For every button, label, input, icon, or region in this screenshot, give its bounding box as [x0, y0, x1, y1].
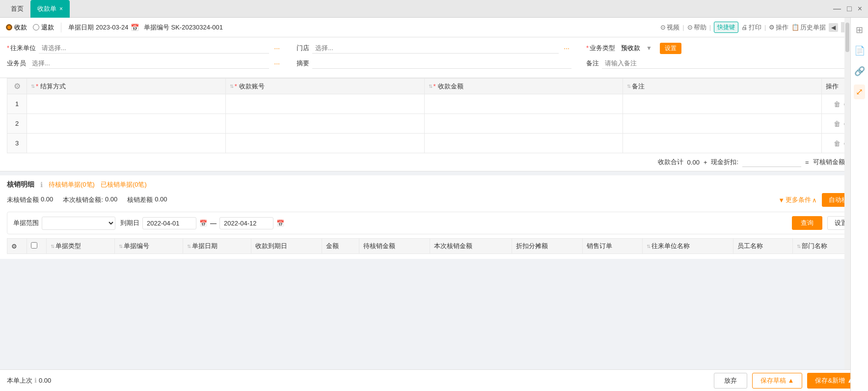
select-all-checkbox[interactable] [31, 242, 37, 249]
col-settlement-header: ⇅ * 结算方式 [27, 79, 226, 94]
table2-settings-icon[interactable]: ⚙ [11, 243, 17, 250]
sidebar-table-icon[interactable]: ⊞ [854, 23, 865, 37]
row1-settlement-input[interactable] [27, 94, 225, 113]
operations-btn[interactable]: ⚙ 操作 [769, 23, 788, 32]
radio-tuikuan-label: 退款 [41, 23, 54, 32]
query-button[interactable]: 查询 [792, 216, 822, 230]
business-type-dropdown-icon[interactable]: ▼ [646, 45, 652, 52]
prev-arrow[interactable]: ◀ [829, 23, 838, 32]
print-btn[interactable]: 🖨 打印 [741, 23, 761, 32]
partner-more-btn[interactable]: ··· [272, 44, 282, 52]
bill-range-select[interactable] [42, 217, 115, 230]
operations-icon: ⚙ [769, 24, 775, 31]
summary-input[interactable] [312, 58, 571, 69]
help-btn[interactable]: ⊙ 帮助 [687, 23, 706, 32]
row2-delete-icon[interactable]: 🗑 [834, 120, 841, 128]
tab-close-icon[interactable]: × [59, 5, 63, 12]
abandon-button[interactable]: 放弃 [714, 373, 747, 389]
writeoff-info-icon[interactable]: ℹ [40, 181, 43, 189]
calendar-from-icon[interactable]: 📅 [199, 220, 207, 227]
shop-input[interactable] [312, 43, 559, 54]
row3-amount-input[interactable] [425, 134, 623, 153]
shop-more-btn[interactable]: ··· [562, 44, 571, 52]
settings-button[interactable]: 设置 [660, 43, 681, 54]
sidebar-doc-icon[interactable]: 📄 [852, 43, 867, 58]
row1-account-input[interactable] [226, 94, 424, 113]
tab-current-label: 收款单 [37, 4, 56, 13]
partner-label: *往来单位 [7, 44, 36, 53]
radio-shoukuan-input[interactable] [6, 24, 12, 30]
history-btn[interactable]: 📋 历史单据 [791, 23, 826, 32]
salesperson-input[interactable] [29, 58, 269, 69]
minimize-icon[interactable]: — [831, 3, 843, 14]
calendar-to-icon[interactable]: 📅 [276, 220, 284, 227]
scrollbar-area[interactable] [844, 18, 850, 369]
row1-delete-icon[interactable]: 🗑 [834, 100, 841, 108]
tab-current[interactable]: 收款单 × [30, 0, 70, 18]
row2-settlement[interactable] [27, 114, 226, 134]
row3-settlement[interactable] [27, 134, 226, 153]
row3-delete-icon[interactable]: 🗑 [834, 140, 841, 147]
table-settings-icon[interactable]: ⚙ [14, 82, 21, 90]
bottom-table: ⚙ ⇅ 单据类型 ⇅ 单据编号 [7, 238, 861, 254]
row2-settlement-input[interactable] [27, 114, 225, 133]
help-icon: ⊙ [687, 24, 693, 31]
row1-amount-input[interactable] [425, 94, 623, 113]
row3-amount[interactable] [424, 134, 623, 153]
pending-tab-link[interactable]: 待核销单据(0笔) [49, 180, 95, 189]
remark-field: 备注 [586, 58, 861, 69]
equals-sign: = [805, 159, 809, 166]
radio-tuikuan-input[interactable] [33, 24, 39, 30]
row3-account[interactable] [225, 134, 424, 153]
row3-remark[interactable] [623, 134, 822, 153]
row2-amount-input[interactable] [425, 114, 623, 133]
summary-row: 收款合计 0.00 + 现金折扣: = 可核销金额 0.00 [0, 153, 868, 171]
close-icon[interactable]: × [856, 3, 864, 14]
row1-amount[interactable] [424, 94, 623, 114]
done-tab-link[interactable]: 已核销单据(0笔) [101, 180, 147, 189]
row2-account-input[interactable] [226, 114, 424, 133]
shortcut-button[interactable]: 快捷键 [714, 22, 738, 33]
row2-remark-input[interactable] [623, 114, 821, 133]
row2-remark[interactable] [623, 114, 822, 134]
row2-amount[interactable] [424, 114, 623, 134]
scrollbar-thumb[interactable] [845, 23, 849, 52]
save-draft-button[interactable]: 保存草稿 ▲ [752, 373, 803, 389]
row1-remark-input[interactable] [623, 94, 821, 113]
salesperson-more-btn[interactable]: ··· [272, 59, 282, 67]
table-section: ⚙ ⇅ * 结算方式 ⇅ * 收款账号 [0, 78, 868, 153]
tab-home-label: 首页 [11, 4, 24, 13]
bill-range-label: 单据范围 [13, 219, 39, 227]
date-to-input[interactable] [219, 217, 273, 229]
date-range: 📅 — 📅 [142, 217, 284, 229]
discount-input[interactable] [742, 157, 801, 167]
more-conditions-btn[interactable]: ▼ 更多条件 ∧ [778, 196, 817, 204]
row1-remark[interactable] [623, 94, 822, 114]
row3-remark-input[interactable] [623, 134, 821, 153]
radio-tuikuan[interactable]: 退款 [33, 23, 54, 32]
history-icon: 📋 [791, 24, 799, 31]
col-no-header: ⇅ 单据编号 [114, 239, 183, 254]
video-btn[interactable]: ⊙ 视频 [660, 23, 679, 32]
partner-input[interactable] [39, 43, 269, 54]
row1-account[interactable] [225, 94, 424, 114]
radio-shoukuan[interactable]: 收款 [6, 23, 27, 32]
save-draft-dropdown-icon[interactable]: ▲ [788, 377, 794, 384]
tab-home[interactable]: 首页 [4, 0, 30, 18]
row1-settlement[interactable] [27, 94, 226, 114]
unclaimed-value: 0.00 [41, 196, 53, 204]
info-icon2[interactable]: ℹ [34, 377, 37, 384]
tab-bar: 首页 收款单 × — □ × [0, 0, 868, 18]
row3-account-input[interactable] [226, 134, 424, 153]
row3-settlement-input[interactable] [27, 134, 225, 153]
sidebar-link-icon[interactable]: 🔗 [852, 64, 867, 79]
sidebar-expand-icon[interactable]: ⤢ [854, 84, 865, 99]
diff-label: 核销差额 [127, 196, 153, 204]
date-from-input[interactable] [142, 217, 196, 229]
maximize-icon[interactable]: □ [845, 3, 854, 14]
row-num-1: 1 [7, 94, 27, 114]
row2-account[interactable] [225, 114, 424, 134]
calendar-icon[interactable]: 📅 [131, 24, 139, 31]
remark-input[interactable] [602, 58, 861, 69]
table-row: 3 🗑 ⊕ [7, 134, 861, 153]
